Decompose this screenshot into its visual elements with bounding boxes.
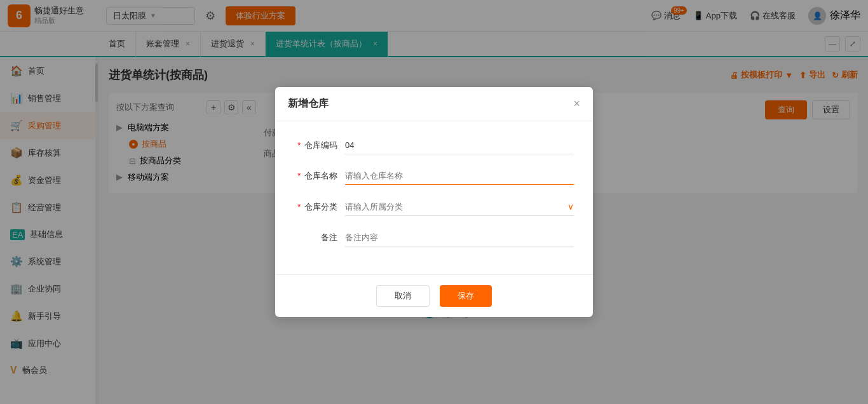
modal-header: 新增仓库 × [275,87,593,121]
modal-close-button[interactable]: × [573,97,580,111]
cancel-button[interactable]: 取消 [376,285,430,307]
modal-body: * 仓库编码 * 仓库名称 * 仓库分类 [275,121,593,274]
category-label: * 仓库分类 [294,201,345,213]
new-warehouse-modal: 新增仓库 × * 仓库编码 * 仓库名称 [275,87,593,317]
save-button[interactable]: 保存 [440,285,492,307]
category-select-row: ∨ [345,198,574,216]
modal-overlay: 新增仓库 × * 仓库编码 * 仓库名称 [0,0,868,404]
warehouse-name-input[interactable] [345,167,574,185]
category-dropdown-arrow[interactable]: ∨ [567,201,574,212]
modal-footer: 取消 保存 [275,274,593,317]
form-row-name: * 仓库名称 [294,167,574,185]
form-row-notes: 备注 [294,229,574,246]
name-required-star: * [297,171,301,180]
warehouse-notes-input[interactable] [345,229,574,246]
warehouse-category-input[interactable] [345,202,567,212]
name-label: * 仓库名称 [294,170,345,182]
code-required-star: * [297,140,301,150]
warehouse-code-input[interactable] [345,137,574,154]
form-row-code: * 仓库编码 [294,137,574,154]
modal-title: 新增仓库 [288,97,329,111]
category-required-star: * [297,202,301,212]
form-row-category: * 仓库分类 ∨ [294,198,574,216]
code-label: * 仓库编码 [294,140,345,151]
notes-label: 备注 [294,232,345,243]
